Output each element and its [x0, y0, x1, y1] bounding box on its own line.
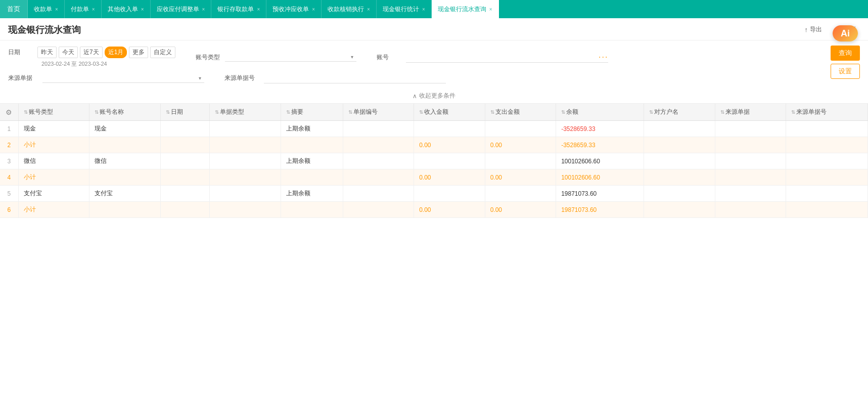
table-wrapper: ⚙ ⇅账号类型 ⇅账号名称 ⇅日期 ⇅单据类型 ⇅摘要: [0, 104, 868, 218]
cell-source-doc-no: [786, 186, 868, 202]
cell-source-doc-no: [786, 202, 868, 218]
cell-account-name: [89, 202, 161, 218]
date-btn-custom[interactable]: 自定义: [150, 47, 175, 58]
cell-account-type: 微信: [18, 153, 89, 169]
close-icon[interactable]: ×: [312, 7, 315, 12]
page-header: 现金银行流水查询 ↑ 导出 ↻ 刷新: [0, 18, 868, 40]
cell-balance: 19871073.60: [556, 186, 644, 202]
close-icon[interactable]: ×: [367, 7, 370, 12]
close-icon[interactable]: ×: [489, 7, 492, 12]
date-btn-yesterday[interactable]: 昨天: [37, 47, 57, 58]
data-table: ⚙ ⇅账号类型 ⇅账号名称 ⇅日期 ⇅单据类型 ⇅摘要: [0, 104, 868, 218]
table-row: 4 小计 0.00 0.00 100102606.60: [0, 169, 868, 186]
date-range-display: 2023-02-24 至 2023-03-24: [41, 60, 175, 68]
col-doc-type[interactable]: ⇅单据类型: [210, 104, 281, 121]
cell-summary: [281, 169, 343, 186]
nav-tab-shoukuan[interactable]: 收款核销执行 ×: [322, 0, 377, 18]
date-btn-more[interactable]: 更多: [129, 47, 148, 58]
account-type-select[interactable]: ▾: [225, 53, 356, 62]
row-number: 5: [0, 186, 18, 202]
close-icon[interactable]: ×: [92, 7, 95, 12]
source-doc-label: 来源单据: [8, 74, 38, 82]
export-button[interactable]: ↑ 导出: [801, 23, 827, 36]
col-source-doc-no[interactable]: ⇅来源单据号: [786, 104, 868, 121]
nav-tab-fudan[interactable]: 付款单 ×: [65, 0, 102, 18]
source-doc-num-input[interactable]: [264, 73, 446, 83]
date-range-buttons: 昨天 今天 近7天 近1月 更多 自定义: [37, 47, 175, 58]
col-date[interactable]: ⇅日期: [160, 104, 210, 121]
dots-button[interactable]: ···: [599, 53, 608, 62]
cell-source-doc-no: [786, 153, 868, 169]
col-income[interactable]: ⇅收入金额: [414, 104, 485, 121]
collapse-bar[interactable]: ∧ 收起更多条件: [0, 89, 868, 104]
cell-doc-no: [343, 153, 414, 169]
cell-expense: [485, 186, 556, 202]
cell-source-doc-no: [786, 121, 868, 137]
source-doc-num-label: 来源单据号: [224, 74, 260, 82]
cell-income: [414, 186, 485, 202]
filter-area: 日期 昨天 今天 近7天 近1月 更多 自定义 2023-02-24 至 202…: [0, 40, 868, 104]
col-balance[interactable]: ⇅余额: [556, 104, 644, 121]
close-icon[interactable]: ×: [257, 7, 260, 12]
settings-button[interactable]: 设置: [831, 64, 860, 79]
chevron-down-icon: ▾: [351, 54, 353, 60]
cell-counterparty: [644, 186, 715, 202]
close-icon[interactable]: ×: [202, 7, 205, 12]
cell-balance: 19871073.60: [556, 202, 644, 218]
close-icon[interactable]: ×: [141, 7, 144, 12]
col-account-name[interactable]: ⇅账号名称: [89, 104, 161, 121]
col-doc-no[interactable]: ⇅单据编号: [343, 104, 414, 121]
cell-date: [160, 153, 210, 169]
close-icon[interactable]: ×: [55, 7, 58, 12]
nav-tab-shoudan[interactable]: 收款单 ×: [28, 0, 65, 18]
right-action-panel: 查询 设置: [831, 46, 860, 79]
col-summary[interactable]: ⇅摘要: [281, 104, 343, 121]
cell-account-name: 微信: [89, 153, 161, 169]
source-doc-select[interactable]: ▾: [42, 74, 204, 83]
cell-income: 0.00: [414, 202, 485, 218]
cell-date: [160, 121, 210, 137]
col-account-type[interactable]: ⇅账号类型: [18, 104, 89, 121]
nav-tab-xianjintongji[interactable]: 现金银行统计 ×: [377, 0, 432, 18]
date-label: 日期: [8, 47, 33, 57]
nav-tab-xianjinliushui[interactable]: 现金银行流水查询 ×: [432, 0, 499, 18]
cell-summary: [281, 137, 343, 153]
cell-source-doc: [715, 137, 786, 153]
date-btn-7days[interactable]: 近7天: [80, 47, 103, 58]
nav-tab-yushou[interactable]: 预收冲应收单 ×: [266, 0, 322, 18]
cell-date: [160, 169, 210, 186]
cell-account-name: [89, 169, 161, 186]
cell-balance: 100102606.60: [556, 169, 644, 186]
row-number: 3: [0, 153, 18, 169]
nav-tab-yingshouyingfu[interactable]: 应收应付调整单 ×: [151, 0, 212, 18]
date-btn-1month[interactable]: 近1月: [105, 47, 127, 58]
cell-expense: [485, 121, 556, 137]
cell-account-name: 现金: [89, 121, 161, 137]
col-counterparty[interactable]: ⇅对方户名: [644, 104, 715, 121]
close-icon[interactable]: ×: [422, 7, 425, 12]
query-button[interactable]: 查询: [831, 46, 860, 61]
cell-doc-type: [210, 153, 281, 169]
cell-balance: -3528659.33: [556, 121, 644, 137]
ai-badge[interactable]: Ai: [833, 25, 858, 41]
col-source-doc[interactable]: ⇅来源单据: [715, 104, 786, 121]
cell-income: [414, 121, 485, 137]
page-content: 现金银行流水查询 ↑ 导出 ↻ 刷新 日期 昨天 今天 近7天: [0, 18, 868, 397]
cell-source-doc: [715, 186, 786, 202]
date-btn-today[interactable]: 今天: [59, 47, 78, 58]
nav-tab-qitashouru[interactable]: 其他收入单 ×: [102, 0, 151, 18]
cell-source-doc: [715, 202, 786, 218]
cell-date: [160, 186, 210, 202]
col-expense[interactable]: ⇅支出金额: [485, 104, 556, 121]
row-number: 1: [0, 121, 18, 137]
table-header-row: ⚙ ⇅账号类型 ⇅账号名称 ⇅日期 ⇅单据类型 ⇅摘要: [0, 104, 868, 121]
cell-summary: [281, 202, 343, 218]
nav-tab-yinhangcunqu[interactable]: 银行存取款单 ×: [211, 0, 266, 18]
nav-home[interactable]: 首页: [0, 0, 28, 18]
cell-doc-no: [343, 169, 414, 186]
chevron-down-icon: ▾: [199, 75, 201, 81]
account-input[interactable]: [406, 52, 599, 62]
column-settings-icon[interactable]: ⚙: [6, 108, 12, 116]
row-number: 2: [0, 137, 18, 153]
top-nav: 首页 收款单 × 付款单 × 其他收入单 × 应收应付调整单 × 银行存取款单 …: [0, 0, 868, 18]
